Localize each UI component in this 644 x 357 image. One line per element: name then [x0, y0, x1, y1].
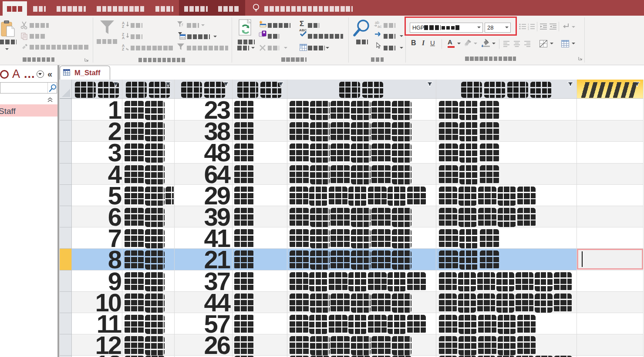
- svg-text:A: A: [122, 36, 125, 40]
- svg-text:Z: Z: [122, 47, 124, 51]
- svg-text:Z: Z: [122, 24, 124, 29]
- svg-text:3: 3: [528, 28, 529, 30]
- svg-text:ac: ac: [378, 24, 382, 29]
